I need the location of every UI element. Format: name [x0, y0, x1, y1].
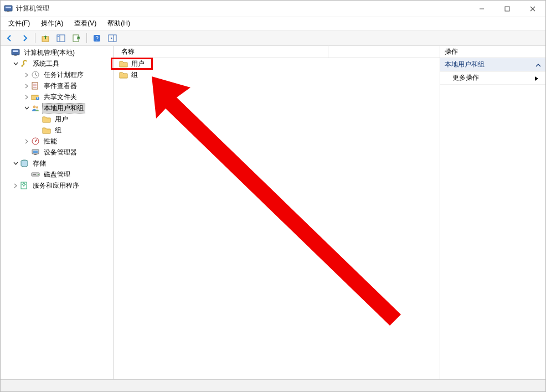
folder-icon [42, 115, 51, 123]
chevron-down-icon[interactable] [23, 104, 30, 112]
tree-label: 任务计划程序 [42, 70, 85, 80]
export-list-button[interactable] [70, 32, 83, 44]
menubar: 文件(F) 操作(A) 查看(V) 帮助(H) [1, 17, 545, 30]
column-header-name[interactable]: 名称 [118, 45, 328, 58]
tree-node-storage[interactable]: 存储 [1, 158, 113, 169]
tree-label: 本地用户和组 [42, 103, 85, 114]
close-button[interactable] [520, 1, 545, 17]
svg-rect-1 [6, 7, 11, 8]
actions-section-title[interactable]: 本地用户和组 [440, 58, 545, 71]
actions-header: 操作 [440, 46, 545, 58]
chevron-down-icon[interactable] [12, 60, 19, 68]
tree-label: 事件查看器 [42, 81, 79, 91]
show-hide-tree-button[interactable] [54, 32, 68, 44]
disk-management-icon [31, 170, 40, 179]
tree-label: 共享文件夹 [42, 92, 79, 102]
svg-rect-17 [13, 50, 18, 52]
actions-item-more[interactable]: 更多操作 [440, 71, 545, 85]
statusbar [1, 379, 545, 391]
device-manager-icon [31, 148, 40, 157]
tree-label: 系统工具 [31, 59, 61, 69]
tree-node-root[interactable]: 计算机管理(本地) [1, 47, 113, 58]
folder-icon [119, 59, 128, 68]
list-item-users[interactable]: 用户 [114, 58, 440, 69]
menu-help[interactable]: 帮助(H) [102, 18, 136, 29]
menu-action[interactable]: 操作(A) [35, 18, 69, 29]
svg-rect-2 [7, 11, 9, 12]
toolbar: ? [1, 30, 545, 46]
svg-rect-38 [33, 174, 36, 175]
shared-folders-icon [31, 92, 40, 101]
expander-spacer [23, 148, 30, 156]
action-pane-toggle-button[interactable] [106, 32, 119, 44]
services-apps-icon [20, 181, 29, 190]
tree-pane[interactable]: 计算机管理(本地) [1, 46, 114, 379]
maximize-button[interactable] [495, 1, 520, 17]
tree-label: 用户 [53, 114, 70, 125]
console-tree: 计算机管理(本地) [1, 47, 113, 191]
window-controls [469, 1, 545, 17]
tree-label: 磁盘管理 [42, 169, 72, 180]
actions-section-label: 本地用户和组 [445, 60, 485, 69]
chevron-right-icon[interactable] [23, 93, 30, 101]
svg-text:?: ? [95, 35, 99, 42]
actions-pane: 操作 本地用户和组 更多操作 [440, 46, 545, 379]
folder-icon [42, 126, 51, 135]
tree-node-event-viewer[interactable]: 事件查看器 [1, 80, 113, 91]
titlebar: 计算机管理 [1, 1, 545, 17]
svg-rect-34 [33, 151, 38, 153]
expander-spacer [23, 171, 30, 178]
storage-icon [20, 159, 29, 168]
minimize-button[interactable] [469, 1, 495, 17]
tree-node-local-users-groups[interactable]: 本地用户和组 [1, 102, 113, 114]
up-level-button[interactable] [39, 32, 52, 44]
svg-point-31 [35, 141, 36, 142]
svg-point-27 [37, 97, 38, 99]
tree-node-services-apps[interactable]: 服务和应用程序 [1, 180, 113, 191]
chevron-right-icon[interactable] [23, 82, 30, 90]
tree-node-performance[interactable]: 性能 [1, 136, 113, 147]
performance-icon [31, 137, 40, 146]
chevron-up-icon [535, 62, 541, 68]
tree-node-device-manager[interactable]: 设备管理器 [1, 147, 113, 158]
tree-node-users[interactable]: 用户 [1, 114, 113, 125]
tree-node-groups[interactable]: 组 [1, 125, 113, 136]
menu-file[interactable]: 文件(F) [3, 18, 35, 29]
window-root: 计算机管理 文件(F) 操作(A) 查看(V) 帮助(H) [0, 0, 546, 392]
users-groups-icon [31, 104, 40, 112]
svg-rect-18 [14, 55, 17, 56]
tree-label: 性能 [42, 136, 59, 147]
chevron-right-icon[interactable] [23, 71, 30, 79]
list-body[interactable]: 用户 组 [114, 58, 440, 379]
tree-node-system-tools[interactable]: 系统工具 [1, 58, 113, 69]
list-item-label: 用户 [131, 59, 145, 69]
tree-node-disk-management[interactable]: 磁盘管理 [1, 169, 113, 180]
menu-view[interactable]: 查看(V) [69, 18, 102, 29]
expander-icon[interactable] [3, 49, 11, 56]
tree-label: 存储 [31, 158, 48, 169]
computer-management-icon [11, 48, 20, 57]
window-title: 计算机管理 [16, 4, 469, 13]
tree-label: 服务和应用程序 [31, 180, 81, 191]
list-item-groups[interactable]: 组 [114, 69, 440, 80]
chevron-right-icon[interactable] [23, 137, 30, 145]
app-icon [4, 4, 13, 13]
svg-point-29 [36, 106, 38, 109]
list-header: 名称 [114, 46, 440, 58]
body: 计算机管理(本地) [1, 46, 545, 379]
folder-icon [119, 70, 128, 79]
triangle-right-icon [534, 75, 539, 81]
svg-point-28 [33, 106, 36, 109]
chevron-down-icon[interactable] [12, 159, 19, 167]
chevron-right-icon[interactable] [12, 182, 19, 189]
tree-label: 组 [53, 125, 63, 136]
svg-rect-10 [58, 36, 59, 37]
tree-node-task-scheduler[interactable]: 任务计划程序 [1, 69, 113, 80]
tree-node-shared-folders[interactable]: 共享文件夹 [1, 91, 113, 102]
help-button[interactable]: ? [90, 32, 104, 44]
forward-button[interactable] [18, 32, 32, 44]
svg-rect-33 [34, 154, 37, 155]
toolbar-separator [35, 33, 35, 43]
back-button[interactable] [3, 32, 16, 44]
svg-point-37 [38, 174, 39, 175]
